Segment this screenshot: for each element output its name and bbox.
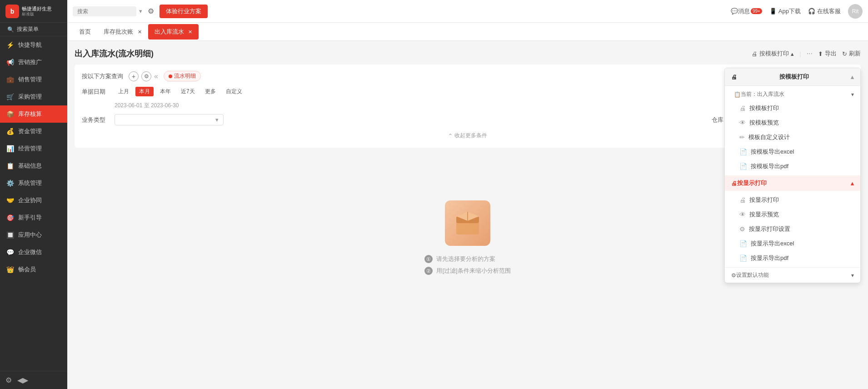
filter-add-button[interactable]: + bbox=[129, 71, 139, 81]
gear-icon[interactable]: ⚙ bbox=[148, 7, 154, 15]
tab-flow-close-icon[interactable]: ✕ bbox=[188, 29, 192, 35]
sidebar-item-basic[interactable]: 📋 基础信息 bbox=[0, 157, 67, 175]
filter-gear-button[interactable]: ⚙ bbox=[141, 71, 151, 81]
collapse-sidebar-icon[interactable]: ◀▶ bbox=[17, 376, 28, 384]
date-curr-month[interactable]: 本月 bbox=[135, 87, 154, 96]
page-header: 出入库流水(流水明细) 🖨 按模板打印 ▴ | ··· ⬆ 导出 ↻ 刷新 bbox=[75, 48, 861, 59]
chevron-down-icon[interactable]: ▾ bbox=[139, 8, 142, 15]
sidebar-nav: ⚡ 快捷导航📢 营销推广💼 销售管理🛒 采购管理📦 库存核算💰 资金管理📊 经营… bbox=[0, 36, 67, 371]
industry-btn[interactable]: 体验行业方案 bbox=[160, 5, 208, 18]
dropdown-template-custom[interactable]: ✏ 模板自定义设计 bbox=[725, 130, 860, 145]
sidebar-item-guide[interactable]: 🎯 新手引导 bbox=[0, 209, 67, 226]
date-curr-year[interactable]: 本年 bbox=[156, 87, 175, 96]
sidebar-item-label: 经营管理 bbox=[18, 145, 42, 153]
search-menu-item[interactable]: 🔍 搜索菜单 bbox=[0, 23, 67, 36]
printer-icon: 🖨 bbox=[752, 50, 758, 57]
dropdown-display-excel[interactable]: 📄 按显示导出excel bbox=[725, 236, 860, 251]
sidebar-item-marketing[interactable]: 📢 营销推广 bbox=[0, 54, 67, 71]
export-button[interactable]: ⬆ 导出 bbox=[818, 50, 837, 58]
sales-icon: 💼 bbox=[5, 76, 15, 83]
filter-action-buttons: + ⚙ « bbox=[129, 71, 158, 81]
dropdown-display-preview[interactable]: 👁 按显示预览 bbox=[725, 207, 860, 222]
app-download-button[interactable]: 📱 App下载 bbox=[769, 7, 801, 15]
edit-icon: ✏ bbox=[739, 134, 745, 141]
upload-icon: ⬆ bbox=[818, 50, 823, 57]
search-icon: 🔍 bbox=[7, 26, 14, 33]
empty-steps-list: ① 请先选择要分析的方案 ② 用[过滤]条件来缩小分析范围 bbox=[424, 255, 510, 279]
user-avatar[interactable]: Rit bbox=[848, 4, 863, 19]
dropdown-collapse-icon[interactable]: ▴ bbox=[851, 74, 854, 80]
sidebar-item-label: 畅会员 bbox=[18, 265, 36, 274]
date-label: 单据日期 bbox=[82, 88, 109, 96]
sidebar-item-finance[interactable]: 💰 资金管理 bbox=[0, 123, 67, 140]
sidebar-item-operation[interactable]: 📊 经营管理 bbox=[0, 140, 67, 157]
app-logo-icon: b bbox=[5, 5, 19, 18]
dropdown-display-section[interactable]: 🖨 按显示打印 ▴ bbox=[725, 175, 860, 191]
sidebar-item-weixin[interactable]: 💬 企业微信 bbox=[0, 244, 67, 261]
message-button[interactable]: 💬 消息 99+ bbox=[731, 7, 762, 15]
dropdown-template-pdf[interactable]: 📄 按模板导出pdf bbox=[725, 159, 860, 174]
biz-type-select[interactable]: ▾ bbox=[115, 114, 224, 125]
date-last7[interactable]: 近7天 bbox=[177, 87, 199, 96]
print-button[interactable]: 🖨 按模板打印 ▴ bbox=[752, 50, 794, 58]
sidebar-item-quick-nav[interactable]: ⚡ 快捷导航 bbox=[0, 36, 67, 54]
sidebar-item-sales[interactable]: 💼 销售管理 bbox=[0, 71, 67, 88]
tab-flow[interactable]: 出入库流水 ✕ bbox=[148, 24, 199, 40]
dropdown-display-pdf[interactable]: 📄 按显示导出pdf bbox=[725, 251, 860, 265]
template-icon: 📋 bbox=[734, 91, 741, 98]
dropdown-template-print[interactable]: 🖨 按模板打印 bbox=[725, 101, 860, 115]
online-service-button[interactable]: 🎧 在线客服 bbox=[808, 7, 841, 15]
member-icon: 👑 bbox=[5, 266, 15, 273]
date-more[interactable]: 更多 bbox=[201, 87, 219, 96]
preview-icon: 👁 bbox=[739, 119, 746, 126]
page-title: 出入库流水(流水明细) bbox=[75, 48, 154, 59]
more-options-button[interactable]: ··· bbox=[807, 50, 813, 58]
filter-tag-dot bbox=[169, 75, 172, 78]
pdf-icon-2: 📄 bbox=[739, 254, 747, 262]
dropdown-display-group: 🖨 按显示打印 👁 按显示预览 ⚙ 按显示打印设置 📄 bbox=[725, 191, 860, 267]
message-icon: 💬 bbox=[731, 8, 738, 15]
box-svg bbox=[452, 207, 484, 239]
date-filter-group: 上月 本月 本年 近7天 更多 自定义 bbox=[115, 87, 246, 96]
current-template-item[interactable]: 📋 当前：出入库流水 ▾ bbox=[725, 88, 860, 101]
chevron-up-collapse-icon: ⌃ bbox=[448, 133, 453, 139]
header-actions: 🖨 按模板打印 ▴ | ··· ⬆ 导出 ↻ 刷新 🖨 bbox=[752, 50, 861, 58]
date-prev-month[interactable]: 上月 bbox=[115, 87, 133, 96]
dropdown-template-preview[interactable]: 👁 按模板预览 bbox=[725, 115, 860, 130]
filter-collapse-icon[interactable]: « bbox=[154, 72, 158, 80]
sidebar-item-label: 基础信息 bbox=[18, 162, 42, 170]
tab-home[interactable]: 首页 bbox=[73, 24, 97, 40]
sidebar-item-inventory[interactable]: 📦 库存核算 bbox=[0, 105, 67, 123]
search-input[interactable] bbox=[73, 6, 136, 16]
topbar-left: ▾ ⚙ 体验行业方案 bbox=[73, 5, 731, 18]
sidebar-item-collab[interactable]: 🤝 企业协同 bbox=[0, 192, 67, 209]
sidebar-item-label: 快捷导航 bbox=[18, 41, 42, 49]
sidebar-item-label: 应用中心 bbox=[18, 231, 42, 239]
dropdown-template-excel[interactable]: 📄 按模板导出excel bbox=[725, 145, 860, 159]
filter-title: 按以下方案查询 bbox=[82, 72, 123, 80]
sidebar-item-appcenter[interactable]: 🔲 应用中心 bbox=[0, 226, 67, 244]
sidebar-item-system[interactable]: ⚙️ 系统管理 bbox=[0, 175, 67, 192]
sidebar-item-purchase[interactable]: 🛒 采购管理 bbox=[0, 88, 67, 105]
refresh-button[interactable]: ↻ 刷新 bbox=[842, 50, 861, 58]
dropdown-display-print[interactable]: 🖨 按显示打印 bbox=[725, 193, 860, 207]
basic-icon: 📋 bbox=[5, 162, 15, 170]
settings-icon[interactable]: ⚙ bbox=[5, 376, 12, 384]
dropdown-template-group: 📋 当前：出入库流水 ▾ 🖨 按模板打印 👁 按模板预览 bbox=[725, 86, 860, 175]
step2-num: ② bbox=[424, 267, 433, 275]
main-area: ▾ ⚙ 体验行业方案 💬 消息 99+ 📱 App下载 🎧 在线客服 Rit bbox=[67, 0, 868, 389]
dropdown-footer-settings[interactable]: ⚙ 设置默认功能 ▾ bbox=[725, 267, 860, 283]
tab-batch-close-icon[interactable]: ✕ bbox=[138, 29, 142, 35]
date-custom[interactable]: 自定义 bbox=[222, 87, 246, 96]
settings-default-icon: ⚙ bbox=[731, 272, 736, 279]
sidebar-item-label: 企业协同 bbox=[18, 196, 42, 204]
sidebar: b 畅捷通好生意 标准版 🔍 搜索菜单 ⚡ 快捷导航📢 营销推广💼 销售管理🛒 … bbox=[0, 0, 67, 389]
dropdown-display-settings[interactable]: ⚙ 按显示打印设置 bbox=[725, 222, 860, 236]
tab-batch[interactable]: 库存批次账 ✕ bbox=[97, 24, 148, 40]
sidebar-item-label: 库存核算 bbox=[18, 110, 42, 118]
sidebar-item-label: 采购管理 bbox=[18, 93, 42, 101]
biz-type-label: 业务类型 bbox=[82, 116, 109, 124]
settings-icon-2: ⚙ bbox=[739, 225, 745, 233]
biz-type-arrow-icon: ▾ bbox=[215, 116, 219, 123]
sidebar-item-member[interactable]: 👑 畅会员 bbox=[0, 261, 67, 278]
